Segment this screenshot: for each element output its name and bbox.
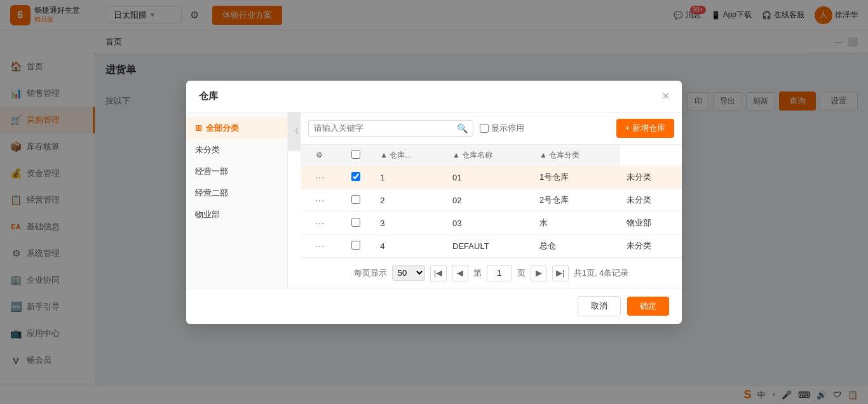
search-icon: 🔍 (457, 123, 468, 133)
warehouse-modal: 仓库 × ⊞ 全部分类 未分类 经营一部 经营二部 物业部 《 (186, 81, 682, 324)
confirm-button[interactable]: 确定 (627, 297, 669, 316)
row-action-cell[interactable]: ⋯ (301, 189, 338, 212)
row-num-cell: 4 (374, 234, 446, 257)
modal-footer: 取消 确定 (186, 288, 682, 324)
modal-header: 仓库 × (186, 81, 682, 112)
category-item-2[interactable]: 经营二部 (186, 182, 287, 204)
row-action-cell[interactable]: ⋯ (301, 166, 338, 189)
col-header-checkbox (338, 145, 374, 166)
col-header-settings: ⚙ (301, 145, 338, 166)
page-first-button[interactable]: |◀ (430, 265, 447, 281)
table-toolbar: 🔍 显示停用 + 新增仓库 (301, 112, 682, 145)
category-all-item[interactable]: ⊞ 全部分类 (186, 118, 287, 139)
row-checkbox-cell[interactable] (338, 234, 374, 257)
page-next-button[interactable]: ▶ (531, 265, 547, 281)
row-num-cell: 3 (374, 212, 446, 234)
row-code-cell: 02 (446, 189, 533, 212)
row-name-cell: 水 (533, 212, 620, 234)
row-num-cell: 1 (374, 166, 446, 189)
category-item-0[interactable]: 未分类 (186, 139, 287, 161)
select-all-checkbox[interactable] (351, 150, 360, 159)
add-warehouse-button[interactable]: + 新增仓库 (616, 119, 674, 138)
row-more-icon[interactable]: ⋯ (315, 195, 325, 206)
table-row[interactable]: ⋯ 4 DEFAULT 总仓 未分类 (301, 234, 682, 257)
cancel-button[interactable]: 取消 (578, 296, 621, 316)
search-box: 🔍 (308, 120, 473, 137)
chevron-left-icon: 《 (291, 126, 299, 137)
col-header-code: ▲ 仓库... (374, 145, 446, 166)
grid-icon: ⊞ (195, 123, 202, 133)
page-size-select[interactable]: 50 20 100 (392, 265, 425, 281)
row-more-icon[interactable]: ⋯ (315, 241, 325, 252)
row-action-cell[interactable]: ⋯ (301, 234, 338, 257)
table-area: 🔍 显示停用 + 新增仓库 ⚙ (301, 112, 682, 288)
row-code-cell: DEFAULT (446, 234, 533, 257)
modal-body: ⊞ 全部分类 未分类 经营一部 经营二部 物业部 《 🔍 (186, 112, 682, 288)
page-prev-button[interactable]: ◀ (452, 265, 468, 281)
row-more-icon[interactable]: ⋯ (315, 218, 325, 229)
search-input[interactable] (314, 123, 454, 133)
table-row[interactable]: ⋯ 1 01 1号仓库 未分类 (301, 166, 682, 189)
table-scroll: ⚙ ▲ 仓库... ▲ 仓库名称 (301, 145, 682, 258)
category-item-1[interactable]: 经营一部 (186, 161, 287, 182)
row-name-cell: 1号仓库 (533, 166, 620, 189)
category-sidebar: ⊞ 全部分类 未分类 经营一部 经营二部 物业部 (186, 112, 288, 288)
show-disabled-checkbox[interactable] (480, 124, 489, 133)
pagination: 每页显示 50 20 100 |◀ ◀ 第 页 ▶ ▶| 共1页, 4条记录 (301, 258, 682, 288)
table-row[interactable]: ⋯ 2 02 2号仓库 未分类 (301, 189, 682, 212)
modal-overlay: 仓库 × ⊞ 全部分类 未分类 经营一部 经营二部 物业部 《 (0, 0, 868, 404)
row-code-cell: 03 (446, 212, 533, 234)
row-checkbox-cell[interactable] (338, 189, 374, 212)
row-code-cell: 01 (446, 166, 533, 189)
modal-title: 仓库 (199, 90, 218, 102)
col-header-name: ▲ 仓库名称 (446, 145, 533, 166)
warehouse-table: ⚙ ▲ 仓库... ▲ 仓库名称 (301, 145, 682, 258)
row-checkbox[interactable] (351, 195, 360, 204)
row-checkbox[interactable] (351, 218, 360, 227)
row-category-cell: 物业部 (620, 212, 682, 234)
row-category-cell: 未分类 (620, 234, 682, 257)
row-more-icon[interactable]: ⋯ (315, 172, 325, 183)
row-category-cell: 未分类 (620, 189, 682, 212)
table-row[interactable]: ⋯ 3 03 水 物业部 (301, 212, 682, 234)
row-num-cell: 2 (374, 189, 446, 212)
row-checkbox[interactable] (351, 172, 360, 181)
row-checkbox[interactable] (351, 241, 360, 250)
row-checkbox-cell[interactable] (338, 166, 374, 189)
modal-close-button[interactable]: × (662, 90, 669, 103)
row-action-cell[interactable]: ⋯ (301, 212, 338, 234)
row-category-cell: 未分类 (620, 166, 682, 189)
page-number-input[interactable] (487, 265, 512, 281)
row-name-cell: 2号仓库 (533, 189, 620, 212)
category-collapse-button[interactable]: 《 (288, 112, 301, 151)
show-disabled-label: 显示停用 (480, 123, 524, 134)
row-checkbox-cell[interactable] (338, 212, 374, 234)
category-item-3[interactable]: 物业部 (186, 204, 287, 226)
col-header-category: ▲ 仓库分类 (533, 145, 620, 166)
row-name-cell: 总仓 (533, 234, 620, 257)
page-last-button[interactable]: ▶| (552, 265, 569, 281)
